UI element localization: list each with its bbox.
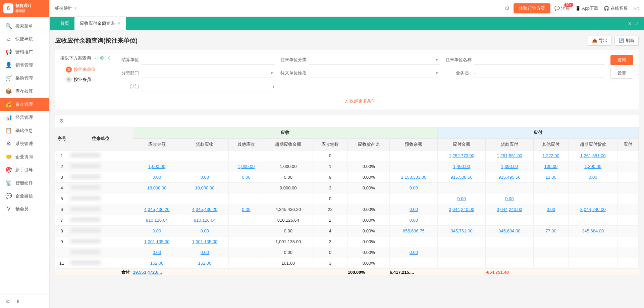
sidebar-item-operations[interactable]: 📊 经营管理	[0, 111, 49, 124]
breadcrumb: 畅捷通叶 ▾	[55, 5, 501, 11]
table-row: 11152.00152.00101.0030.00%	[55, 258, 639, 269]
dept-input[interactable]: ▾	[142, 82, 277, 91]
sidebar-item-purchase[interactable]: 🛒 采购管理	[0, 72, 49, 85]
sidebar-item-label: 快捷导航	[15, 36, 33, 42]
department-chevron-icon: ▾	[271, 71, 273, 76]
inventory-icon: 📦	[5, 88, 12, 94]
window-buttons: ✕ ⤢	[628, 21, 639, 26]
app-download-icon: 📱	[575, 6, 581, 11]
hardware-icon: 📡	[5, 180, 12, 186]
export-icon: 📤	[592, 38, 597, 43]
filter-schemes: 按以下方案查询 ＋ ◎ 《 业 按往来单位 ⏱	[60, 55, 110, 104]
online-support-label: 在线客服	[610, 5, 628, 11]
col-ar-loan: 贷款应收	[181, 139, 229, 150]
maximize-window-icon[interactable]: ⤢	[635, 21, 639, 26]
table-settings-icon[interactable]: ⚙	[59, 118, 64, 124]
col-ap-extra: 应付	[618, 139, 639, 150]
trial-button[interactable]: 体验行业方案	[514, 3, 550, 13]
col-ar-overdue: 超期应收金额	[264, 139, 313, 150]
table-row: 0.000.000.0000.00%0.00	[55, 247, 639, 258]
sidebar-item-inventory[interactable]: 📦 库存核算	[0, 85, 49, 98]
total-ar-prepay: 6,417,215....	[390, 269, 438, 275]
sidebar-item-label: 智能硬件	[15, 180, 33, 186]
page-header: 应收应付余额查询(按往来单位) 📤 导出 🔄 刷新	[55, 36, 639, 46]
col-ap-amount: 应付金额	[438, 139, 486, 150]
messages-badge: 99+	[564, 3, 573, 7]
system-icon: ⚙	[5, 140, 12, 147]
scheme-by-partner[interactable]: 业 按往来单位	[63, 65, 110, 74]
logo-sub: 标准版	[15, 9, 32, 13]
salesperson-label: 业务员	[445, 70, 469, 76]
dept-chevron-icon: ▾	[272, 84, 275, 89]
quick-nav-icon: ⌂	[5, 36, 12, 42]
query-button[interactable]: 查询	[610, 55, 633, 65]
sidebar-item-member[interactable]: V 畅会员	[0, 203, 49, 215]
scheme-by-partner-icon: 业	[66, 67, 72, 73]
sidebar-item-label: 采购管理	[15, 75, 33, 81]
partner-nature-input[interactable]: ▾	[309, 69, 440, 78]
filter-row-2: 分管部门 ▾ 往来单位性质 ▾	[115, 69, 605, 78]
department-label: 分管部门	[115, 70, 139, 76]
filter-salesperson: 业务员 ···	[445, 69, 605, 78]
table-scroll[interactable]: 序号 往来单位 应收 应付 应收金额 贷款应收 其他应收 超期应收金额 应收笔数…	[55, 127, 639, 275]
online-support-button[interactable]: 🎧 在线客服	[604, 5, 628, 11]
table-row: 418,000.0018,000.009,000.0030.00%0.00	[55, 183, 639, 193]
settings-scheme-icon[interactable]: ◎	[100, 55, 104, 61]
sidebar-item-hardware[interactable]: 📡 智能硬件	[0, 176, 49, 189]
partner-name-input[interactable]	[474, 55, 605, 64]
collapse-scheme-icon[interactable]: 《	[106, 55, 110, 61]
filter-fields-container: 结算单位 ··· 往来单位分类 ▾	[115, 55, 605, 104]
sidebar-item-label: 搜索菜单	[15, 23, 33, 29]
sidebar-item-label: 基础信息	[15, 128, 33, 134]
sidebar-item-system[interactable]: ⚙ 系统管理	[0, 137, 49, 150]
filter-section: 按以下方案查询 ＋ ◎ 《 业 按往来单位 ⏱	[55, 50, 639, 109]
topbar-actions: 💬 消息 99+ 📱 App下载 🎧 在线客服 Rit	[554, 5, 639, 11]
table-settings-row: ⚙	[55, 115, 639, 127]
sidebar-item-cooperation[interactable]: 🤝 企业协同	[0, 150, 49, 163]
sidebar-item-label: 企业微信	[15, 193, 33, 199]
partner-nature-label: 往来单位性质	[280, 70, 307, 76]
add-scheme-icon[interactable]: ＋	[94, 55, 98, 61]
sidebar-item-marketing[interactable]: 📢 营销推广	[0, 45, 49, 58]
sidebar-settings-icon[interactable]: ⚙	[5, 298, 10, 305]
sidebar-item-basic-info[interactable]: 📋 基础信息	[0, 124, 49, 137]
partner-category-input[interactable]: ▾	[309, 55, 440, 64]
close-window-icon[interactable]: ✕	[628, 21, 632, 26]
sidebar-collapse-icon[interactable]: ⏸	[15, 299, 21, 305]
filter-collapse-btn[interactable]: ∧ 收起更多条件	[115, 95, 605, 104]
sidebar-item-label: 营销推广	[15, 49, 33, 55]
scheme-list: 业 按往来单位 ⏱ 按业务员	[63, 65, 110, 84]
partner-name-label: 往来单位名称	[445, 57, 472, 63]
filter-partner-nature: 往来单位性质 ▾	[280, 69, 440, 78]
marketing-icon: 📢	[5, 49, 12, 55]
online-support-icon: 🎧	[604, 6, 609, 11]
table-row: 64,345,436.204,345,436.200.004,345,436.2…	[55, 204, 639, 215]
guide-icon: 🎯	[5, 167, 12, 173]
app-download-button[interactable]: 📱 App下载	[575, 5, 598, 11]
filter-partner-name: 往来单位名称	[445, 55, 605, 64]
sidebar-item-finance[interactable]: 💰 资金管理	[0, 98, 49, 111]
salesperson-dots: ···	[474, 71, 479, 76]
col-ar-amount: 应收金额	[133, 139, 181, 150]
messages-button[interactable]: 💬 消息 99+	[554, 5, 570, 11]
sidebar-item-quick-nav[interactable]: ⌂ 快捷导航	[0, 33, 49, 45]
filter-settings-button[interactable]: 设置	[610, 68, 633, 79]
topbar-settings-icon[interactable]: ⚙	[505, 5, 509, 11]
department-input[interactable]: ▾	[142, 69, 275, 78]
sidebar-item-search-menu[interactable]: 🔍 搜索菜单	[0, 19, 49, 33]
settlement-unit-input[interactable]: ···	[142, 55, 275, 64]
tab-close-icon[interactable]: ✕	[117, 21, 121, 26]
salesperson-input[interactable]: ···	[472, 69, 605, 78]
refresh-icon: 🔄	[619, 38, 624, 43]
tab-home[interactable]: 首页	[55, 17, 74, 30]
total-ar-amount: 19,553,472,6...	[133, 269, 181, 275]
col-partner: 往来单位	[68, 127, 133, 150]
scheme-by-salesperson[interactable]: ⏱ 按业务员	[63, 75, 110, 84]
sidebar: 6 畅捷通叶 标准版 🔍 搜索菜单 ⌂ 快捷导航 📢 营销推广 👤 销售管理 🛒…	[0, 0, 50, 308]
export-button[interactable]: 📤 导出	[588, 36, 612, 46]
sidebar-item-sales[interactable]: 👤 销售管理	[0, 58, 49, 72]
refresh-button[interactable]: 🔄 刷新	[614, 36, 639, 46]
sidebar-item-wechat[interactable]: 💬 企业微信	[0, 189, 49, 203]
sidebar-item-guide[interactable]: 🎯 新手引导	[0, 163, 49, 176]
tab-ar-ap[interactable]: 应收应付余额查询 ✕	[74, 17, 126, 30]
